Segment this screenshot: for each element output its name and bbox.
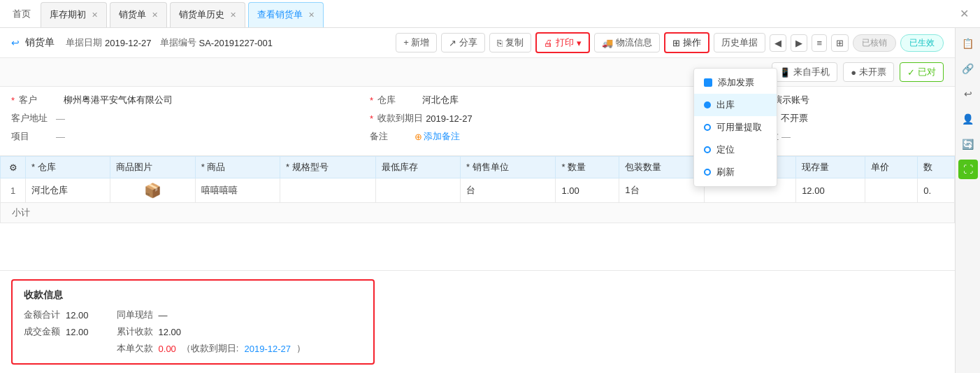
col-img: 商品图片 xyxy=(110,157,195,178)
tab-inventory-init-close[interactable]: ✕ xyxy=(92,10,98,20)
tab-sales-history-label: 销货单历史 xyxy=(179,8,224,21)
dropdown-locate[interactable]: 定位 xyxy=(694,139,777,161)
col-stock: 现存量 xyxy=(796,157,865,178)
col-spec: * 规格型号 xyxy=(280,157,375,178)
tab-sales-order[interactable]: 销货单 ✕ xyxy=(110,2,167,27)
print-dropdown-icon: ▾ xyxy=(577,38,582,48)
tab-sales-order-close[interactable]: ✕ xyxy=(152,10,158,20)
tab-view-sales-close[interactable]: ✕ xyxy=(308,10,315,20)
accumulated-row: 累计收款 12.00 xyxy=(117,325,305,338)
ticket-value: 不开票 xyxy=(781,112,808,125)
col-price: 单价 xyxy=(865,157,918,178)
tab-sales-history-close[interactable]: ✕ xyxy=(230,10,236,20)
customer-label: 客户 xyxy=(19,94,61,106)
accumulated-label: 累计收款 xyxy=(117,325,153,338)
nav-next-button[interactable]: ▶ xyxy=(791,34,807,52)
dropdown-add-invoice[interactable]: 添加发票 xyxy=(694,71,777,94)
row-min-stock xyxy=(375,178,460,203)
from-mobile-button[interactable]: 📱 来自手机 xyxy=(772,62,837,82)
sidebar-icon-3[interactable]: ↩ xyxy=(958,84,978,104)
row-warehouse: 河北仓库 xyxy=(26,178,110,203)
operate-button[interactable]: ⊞ 操作 xyxy=(664,32,709,53)
row-product: 嘻嘻嘻嘻 xyxy=(195,178,280,203)
transaction-value: 12.00 xyxy=(66,327,89,337)
logistics-button[interactable]: 🚚 物流信息 xyxy=(594,33,660,52)
share-button[interactable]: ↗ 分享 xyxy=(441,33,485,52)
same-order-label: 同单现结 xyxy=(117,309,153,321)
tab-home[interactable]: 首页 xyxy=(6,3,38,24)
check-icon: ✓ xyxy=(907,67,915,78)
tab-inventory-init[interactable]: 库存期初 ✕ xyxy=(41,2,107,27)
form-area: * 客户 柳州粤港平安气体有限公司 * 仓库 河北仓库 业务员 演示账号 客户地… xyxy=(0,87,955,156)
view-list-button[interactable]: ≡ xyxy=(812,34,827,52)
history-button[interactable]: 历史单据 xyxy=(714,33,765,52)
dropdown-outbound[interactable]: 出库 xyxy=(694,94,777,116)
new-button[interactable]: + 新增 xyxy=(396,33,437,52)
check-button[interactable]: ✓ 已对 xyxy=(900,62,944,82)
row-stock: 12.00 xyxy=(796,178,865,203)
owe-note-end: ） xyxy=(296,342,305,355)
tab-view-sales[interactable]: 查看销货单 ✕ xyxy=(248,2,324,27)
note-label: 备注 xyxy=(370,130,412,143)
not-open-button[interactable]: ● 未开票 xyxy=(843,62,894,82)
row-num: 1 xyxy=(1,178,26,203)
doc-meta: 单据日期 2019-12-27 单据编号 SA-20191227-001 xyxy=(66,36,273,49)
ticket-icon: ● xyxy=(851,67,856,78)
dropdown-refresh[interactable]: 刷新 xyxy=(694,161,777,183)
total-row: 金额合计 12.00 xyxy=(24,309,89,321)
locate-icon xyxy=(704,146,711,153)
same-order-row: 同单现结 — xyxy=(117,309,305,321)
doc-date-label: 单据日期 xyxy=(66,36,102,49)
effected-badge: 已生效 xyxy=(900,34,944,52)
col-other: 数 xyxy=(918,157,955,178)
subtotal-row: 小计 xyxy=(1,203,955,223)
sidebar-icon-6[interactable]: ⛶ xyxy=(958,160,978,179)
tab-sales-history[interactable]: 销货单历史 ✕ xyxy=(170,2,245,27)
bottom-area: 收款信息 金额合计 12.00 成交金额 12.00 xyxy=(0,270,955,373)
tab-view-sales-label: 查看销货单 xyxy=(257,8,303,21)
outbound-icon xyxy=(704,101,711,108)
tab-inventory-init-label: 库存期初 xyxy=(50,8,86,21)
copy-button[interactable]: ⎘ 复制 xyxy=(489,33,531,52)
right-sidebar: 📋 🔗 ↩ 👤 🔄 ⛶ xyxy=(955,28,980,373)
project-label: 项目 xyxy=(11,130,53,143)
col-min-stock: 最低库存 xyxy=(375,157,460,178)
row-pkg-qty: 1台 xyxy=(619,178,704,203)
row-qty: 1.00 xyxy=(556,178,619,203)
dropdown-take-qty[interactable]: 可用量提取 xyxy=(694,116,777,139)
doc-date-value: 2019-12-27 xyxy=(105,38,152,48)
add-invoice-label: 添加发票 xyxy=(718,76,754,89)
warehouse-required: * xyxy=(370,95,373,106)
col-settings[interactable]: ⚙ xyxy=(1,157,26,178)
sidebar-icon-5[interactable]: 🔄 xyxy=(958,134,978,154)
logistics-icon: 🚚 xyxy=(602,38,613,48)
transaction-row: 成交金额 12.00 xyxy=(24,325,89,338)
same-order-value: — xyxy=(159,310,168,321)
payment-rows: 金额合计 12.00 成交金额 12.00 同单现结 — xyxy=(24,309,362,355)
form-row-3: 项目 — 备注 ⊕ 添加备注 * * 业务员孟 — xyxy=(11,130,944,143)
address-label: 客户地址 xyxy=(11,112,53,125)
customer-field: * 客户 柳州粤港平安气体有限公司 xyxy=(11,94,370,106)
products-table: ⚙ * 仓库 商品图片 * 商品 * 规格型号 最低库存 * 销售单位 * 数量… xyxy=(0,156,955,223)
address-field: 客户地址 — xyxy=(11,112,370,125)
warehouse-label: 仓库 xyxy=(377,94,419,106)
col-unit: * 销售单位 xyxy=(460,157,556,178)
tab-sales-order-label: 销货单 xyxy=(119,8,146,21)
sidebar-icon-2[interactable]: 🔗 xyxy=(958,59,978,78)
cancelled-badge: 已核销 xyxy=(853,34,896,52)
transaction-label: 成交金额 xyxy=(24,325,60,338)
plus-icon: ⊕ xyxy=(415,132,422,142)
add-note-button[interactable]: ⊕ 添加备注 xyxy=(415,130,460,143)
row-other: 0. xyxy=(918,178,955,203)
view-grid-button[interactable]: ⊞ xyxy=(831,34,849,52)
sidebar-icon-4[interactable]: 👤 xyxy=(958,109,978,129)
print-button[interactable]: 🖨 打印 ▾ xyxy=(535,32,590,53)
nav-prev-button[interactable]: ◀ xyxy=(770,34,786,52)
document-header: ↩ 销货单 单据日期 2019-12-27 单据编号 SA-20191227-0… xyxy=(0,28,955,58)
owe-value: 0.00 xyxy=(159,344,176,354)
mobile-icon: 📱 xyxy=(779,67,791,78)
header-actions: + 新增 ↗ 分享 ⎘ 复制 🖨 打印 ▾ 🚚 物流信息 xyxy=(396,32,944,53)
refresh-icon xyxy=(704,169,711,176)
sidebar-icon-1[interactable]: 📋 xyxy=(958,34,978,53)
window-close-button[interactable]: ✕ xyxy=(954,4,974,23)
